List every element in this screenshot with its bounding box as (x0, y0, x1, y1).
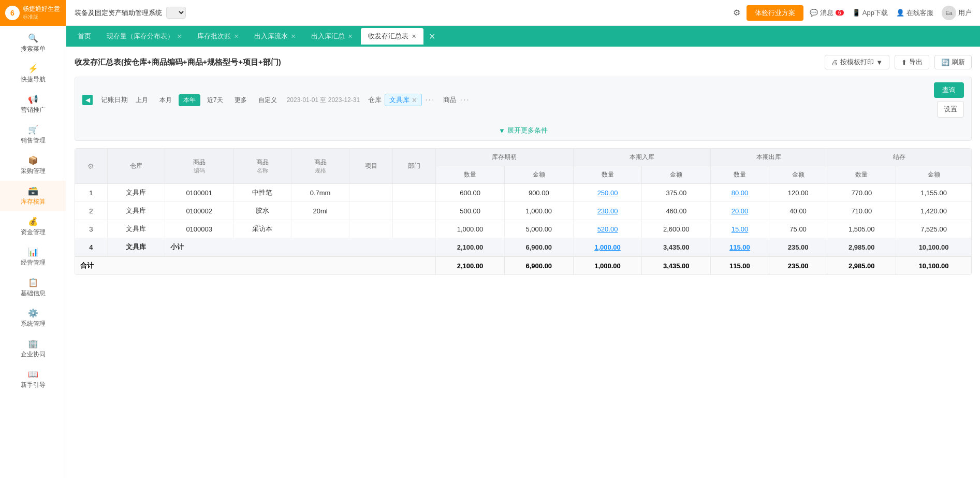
expand-row: ▼ 展开更多条件 (82, 122, 964, 135)
topbar-right: 💬 消息 6 📱 App下载 👤 在线客服 Ea 用户 (810, 6, 972, 20)
collapse-button[interactable]: ◀ (82, 95, 93, 105)
online-service-button[interactable]: 👤 在线客服 (896, 8, 933, 18)
row-in-qty[interactable]: 250.00 (573, 184, 642, 202)
tab-close-stock-dist[interactable]: ✕ (177, 33, 182, 40)
sidebar-item-quick[interactable]: ⚡快捷导航 (0, 59, 66, 89)
tab-label-batch-ledger: 库存批次账 (197, 32, 231, 41)
row-out-qty[interactable]: 20.00 (711, 202, 769, 220)
print-icon: 🖨 (831, 59, 838, 66)
sub-open-qty: 2,100.00 (436, 238, 505, 257)
tab-inout-flow[interactable]: 出入库流水✕ (247, 28, 303, 45)
th-goods-spec: 商品规格 (291, 149, 349, 184)
tab-stock-dist[interactable]: 现存量（库存分布表）✕ (99, 28, 189, 45)
user-avatar: Ea (942, 6, 956, 20)
app-download-label: App下载 (862, 8, 888, 18)
refresh-button[interactable]: 🔄 刷新 (934, 55, 972, 69)
row-close-amt: 7,525.00 (896, 220, 971, 238)
tab-home[interactable]: 首页 (70, 28, 98, 45)
window-close-icon[interactable]: ✕ (425, 32, 440, 41)
sidebar-item-marketing[interactable]: 📢营销推广 (0, 89, 66, 120)
tab-inout-summary[interactable]: 出入库汇总✕ (304, 28, 360, 45)
goods-filter-label: 商品 (443, 95, 457, 105)
sidebar-item-operation[interactable]: 📊经营管理 (0, 242, 66, 272)
tab-batch-ledger[interactable]: 库存批次账✕ (190, 28, 246, 45)
user-menu[interactable]: Ea 用户 (942, 6, 972, 20)
sub-in-qty[interactable]: 1,000.00 (573, 238, 642, 257)
app-download-button[interactable]: 📱 App下载 (852, 8, 888, 18)
tabbar: 首页现存量（库存分布表）✕库存批次账✕出入库流水✕出入库汇总✕收发存汇总表✕✕ (66, 26, 980, 47)
main-area: 装备及固定资产辅助管理系统 ⚙ 体验行业方案 💬 消息 6 📱 App下载 👤 … (66, 0, 980, 478)
filter-actions: 查询 设置 (934, 82, 964, 118)
row-warehouse: 文具库 (107, 184, 165, 202)
gear-icon[interactable]: ⚙ (733, 8, 740, 18)
sidebar-item-inventory[interactable]: 🗃️库存核算 (0, 181, 66, 211)
warehouse-tag-close[interactable]: ✕ (412, 96, 417, 104)
query-button[interactable]: 查询 (934, 82, 964, 98)
date-btn-7days[interactable]: 近7天 (202, 94, 228, 106)
row-open-amt: 900.00 (504, 184, 573, 202)
row-goods-spec: 0.7mm (291, 184, 349, 202)
service-label: 在线客服 (906, 8, 933, 18)
row-no: 1 (75, 184, 107, 202)
date-btn-last-month[interactable]: 上月 (131, 94, 153, 106)
tab-close-batch-ledger[interactable]: ✕ (234, 33, 239, 40)
filter-date: 记账日期 上月 本月 本年 近7天 更多 自定义 2023-01-01 至 20… (101, 94, 360, 106)
tab-close-recv-send-summary[interactable]: ✕ (412, 33, 416, 40)
sidebar-item-guide[interactable]: 📖新手引导 (0, 364, 66, 395)
row-out-qty[interactable]: 80.00 (711, 184, 769, 202)
th-gear[interactable]: ⚙ (75, 149, 107, 184)
refresh-icon: 🔄 (941, 59, 949, 66)
th-in-qty: 数量 (573, 166, 642, 184)
date-btn-this-month[interactable]: 本月 (155, 94, 177, 106)
date-btn-custom[interactable]: 自定义 (254, 94, 282, 106)
sidebar-item-base[interactable]: 📋基础信息 (0, 272, 66, 303)
system-selector[interactable] (166, 7, 186, 19)
row-dept (392, 202, 435, 220)
sub-close-amt: 10,100.00 (896, 238, 971, 257)
print-button[interactable]: 🖨 按模板打印 ▼ (825, 55, 889, 69)
date-btn-this-year[interactable]: 本年 (179, 94, 200, 106)
export-button[interactable]: ⬆ 导出 (895, 55, 929, 69)
marketing-icon: 📢 (28, 94, 38, 104)
total-in-qty: 1,000.00 (573, 256, 642, 274)
th-goods-name: 商品名称 (233, 149, 291, 184)
sidebar-item-system[interactable]: ⚙️系统管理 (0, 303, 66, 334)
total-out-qty: 115.00 (711, 256, 769, 274)
cta-button[interactable]: 体验行业方案 (747, 5, 803, 21)
expand-button[interactable]: ▼ 展开更多条件 (499, 126, 548, 135)
sub-in-amt: 3,435.00 (642, 238, 711, 257)
tab-close-inout-flow[interactable]: ✕ (291, 33, 296, 40)
sidebar: 6 畅捷通好生意 标准版 🔍搜索菜单⚡快捷导航📢营销推广🛒销售管理📦采购管理🗃️… (0, 0, 66, 478)
filter-warehouse: 仓库 文具库 ✕ ··· (368, 94, 435, 106)
sidebar-item-purchase[interactable]: 📦采购管理 (0, 150, 66, 181)
th-in-amt: 金额 (642, 166, 711, 184)
sub-warehouse: 文具库 (107, 238, 165, 257)
table-total-row: 合计 2,100.00 6,900.00 1,000.00 3,435.00 1… (75, 256, 971, 274)
sub-out-qty[interactable]: 115.00 (711, 238, 769, 257)
page-header: 收发存汇总表(按仓库+商品编码+商品+规格型号+项目+部门) 🖨 按模板打印 ▼… (75, 55, 972, 69)
sidebar-item-finance[interactable]: 💰资金管理 (0, 211, 66, 242)
goods-ellipsis[interactable]: ··· (460, 95, 470, 105)
warehouse-ellipsis[interactable]: ··· (425, 95, 435, 105)
filter-row-main: ◀ 记账日期 上月 本月 本年 近7天 更多 自定义 2023-01-01 至 … (82, 82, 964, 118)
setting-button[interactable]: 设置 (937, 101, 964, 118)
sidebar-item-sales[interactable]: 🛒销售管理 (0, 120, 66, 150)
system-icon: ⚙️ (28, 308, 38, 318)
sidebar-item-label-quick: 快捷导航 (21, 75, 46, 84)
page-title: 收发存汇总表(按仓库+商品编码+商品+规格型号+项目+部门) (75, 57, 825, 67)
row-in-qty[interactable]: 230.00 (573, 202, 642, 220)
sidebar-item-corp[interactable]: 🏢企业协同 (0, 334, 66, 364)
data-table: ⚙ 仓库 商品编码 商品名称 商品规格 项目 部门 库存期初 本期入库 本期出库… (75, 149, 971, 274)
row-in-qty[interactable]: 520.00 (573, 220, 642, 238)
message-button[interactable]: 💬 消息 6 (810, 8, 844, 18)
sidebar-item-label-system: 系统管理 (21, 320, 46, 328)
tab-close-inout-summary[interactable]: ✕ (348, 33, 353, 40)
total-open-qty: 2,100.00 (436, 256, 505, 274)
chevron-down-icon: ▼ (876, 59, 883, 66)
app-logo: 6 畅捷通好生意 标准版 (0, 0, 66, 26)
row-out-qty[interactable]: 15.00 (711, 220, 769, 238)
topbar: 装备及固定资产辅助管理系统 ⚙ 体验行业方案 💬 消息 6 📱 App下载 👤 … (66, 0, 980, 26)
sidebar-item-search[interactable]: 🔍搜索菜单 (0, 28, 66, 59)
date-btn-more[interactable]: 更多 (230, 94, 252, 106)
tab-recv-send-summary[interactable]: 收发存汇总表✕ (361, 28, 423, 45)
